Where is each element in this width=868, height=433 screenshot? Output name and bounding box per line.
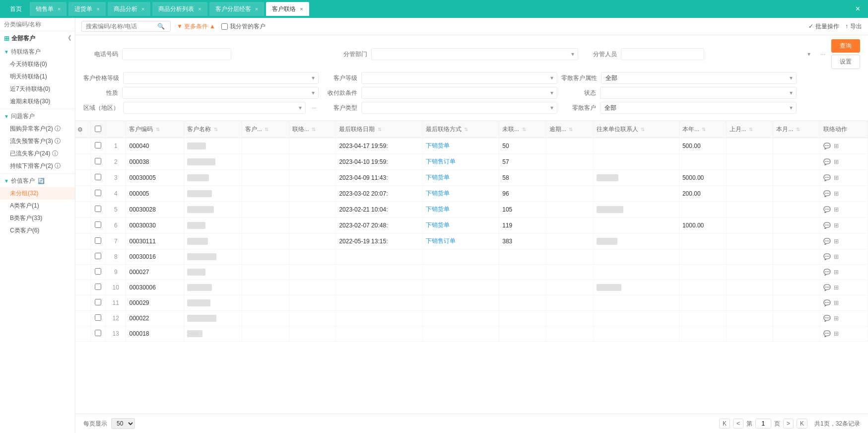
message-icon[interactable]: 💬 — [823, 222, 831, 229]
last-method-link[interactable]: 下销货单 — [426, 190, 450, 197]
close-analysis-list-tab[interactable]: × — [198, 6, 201, 12]
row-checkbox-input[interactable] — [95, 314, 101, 321]
sidebar-group-problem[interactable]: ▼ 问题客户 — [0, 110, 75, 123]
sidebar-item-ungrouped[interactable]: 未分组(32) — [0, 187, 75, 200]
col-overdue[interactable]: 逾期... ⇅ — [546, 121, 593, 138]
cust-type-select[interactable] — [361, 102, 558, 114]
cust-level-select[interactable] — [361, 72, 558, 84]
col-this-month[interactable]: 本月... ⇅ — [773, 121, 820, 138]
col-code[interactable]: 客户编码 ⇅ — [126, 121, 184, 138]
nav-tab-analysis-list[interactable]: 商品分析列表 × — [152, 2, 207, 16]
sidebar-item-7days[interactable]: 近7天待联络(0) — [0, 83, 75, 95]
last-method-link[interactable]: 下销售订单 — [426, 158, 456, 165]
col-contact[interactable]: 联络... ⇅ — [289, 121, 336, 138]
row-checkbox-input[interactable] — [95, 190, 101, 196]
sidebar-item-b-type[interactable]: B类客户(33) — [0, 212, 75, 224]
grid-action-icon[interactable]: ⊞ — [834, 253, 839, 260]
row-checkbox-input[interactable] — [95, 142, 101, 148]
row-checkbox-input[interactable] — [95, 268, 101, 275]
grid-action-icon[interactable]: ⊞ — [834, 299, 839, 306]
grid-action-icon[interactable]: ⊞ — [834, 284, 839, 291]
nav-tab-purchase[interactable]: 进货单 × — [68, 2, 105, 16]
nav-tab-customer-contact[interactable]: 客户联络 × — [266, 2, 309, 16]
prev-page-btn[interactable]: < — [733, 419, 743, 429]
reset-btn[interactable]: 设置 — [831, 55, 860, 69]
row-checkbox-input[interactable] — [95, 253, 101, 259]
message-icon[interactable]: 💬 — [823, 206, 831, 213]
col-last-method[interactable]: 最后联络方式 ⇅ — [422, 121, 499, 138]
message-icon[interactable]: 💬 — [823, 330, 831, 337]
last-method-link[interactable]: 下销货单 — [426, 206, 450, 213]
last-method-link[interactable]: 下销货单 — [426, 221, 450, 228]
message-icon[interactable]: 💬 — [823, 284, 831, 291]
grid-action-icon[interactable]: ⊞ — [834, 238, 839, 245]
grid-action-icon[interactable]: ⊞ — [834, 190, 839, 197]
message-icon[interactable]: 💬 — [823, 174, 831, 181]
col-this-year[interactable]: 本年... ⇅ — [679, 121, 726, 138]
message-icon[interactable]: 💬 — [823, 158, 831, 165]
grid-action-icon[interactable]: ⊞ — [834, 269, 839, 276]
sidebar-item-churned[interactable]: 已流失客户(24) ⓘ — [0, 147, 75, 160]
close-purchase-tab[interactable]: × — [96, 6, 99, 12]
message-icon[interactable]: 💬 — [823, 143, 831, 149]
grid-action-icon[interactable]: ⊞ — [834, 174, 839, 181]
manager-input[interactable] — [621, 48, 704, 60]
message-icon[interactable]: 💬 — [823, 253, 831, 260]
phone-input[interactable] — [122, 48, 231, 60]
scatter-attr-select[interactable]: 全部 — [601, 72, 797, 84]
sidebar-item-declining[interactable]: 持续下滑客户(2) ⓘ — [0, 160, 75, 172]
all-customers-header[interactable]: ⊞ 全部客户 《 — [0, 31, 75, 46]
export-btn[interactable]: ↑ 导出 — [845, 22, 862, 31]
close-sales-tab[interactable]: × — [58, 6, 61, 12]
row-checkbox-input[interactable] — [95, 284, 101, 290]
filter-search-input[interactable] — [86, 23, 155, 30]
table-settings-btn[interactable]: ⚙ — [75, 121, 91, 138]
last-page-btn[interactable]: K — [797, 419, 807, 429]
window-close-btn[interactable]: × — [852, 4, 864, 13]
select-all-checkbox[interactable] — [95, 126, 101, 132]
query-btn[interactable]: 查询 — [831, 39, 860, 53]
sidebar-item-tomorrow[interactable]: 明天待联络(1) — [0, 71, 75, 83]
my-customers-checkbox[interactable]: 我分管的客户 — [221, 22, 266, 31]
nav-tab-sales[interactable]: 销售单 × — [30, 2, 67, 16]
row-checkbox-input[interactable] — [95, 221, 101, 228]
price-level-select[interactable] — [123, 72, 319, 84]
col-unit-contact[interactable]: 往来单位联系人 ⇅ — [593, 121, 679, 138]
region-select[interactable] — [123, 102, 306, 114]
close-analysis-tab[interactable]: × — [141, 6, 144, 12]
my-customers-check-input[interactable] — [221, 23, 228, 30]
last-method-link[interactable]: 下销货单 — [426, 174, 450, 181]
batch-ops-btn[interactable]: ✓ 批量操作 — [808, 22, 839, 31]
last-method-link[interactable]: 下销售订单 — [426, 237, 456, 244]
grid-action-icon[interactable]: ⊞ — [834, 222, 839, 229]
row-checkbox-input[interactable] — [95, 158, 101, 164]
manager-more-btn[interactable]: ··· — [818, 51, 827, 58]
grid-action-icon[interactable]: ⊞ — [834, 158, 839, 165]
message-icon[interactable]: 💬 — [823, 315, 831, 322]
nature-select[interactable] — [122, 87, 319, 99]
message-icon[interactable]: 💬 — [823, 269, 831, 276]
nav-tab-customer-segment[interactable]: 客户分层经客 × — [209, 2, 264, 16]
nav-tab-analysis[interactable]: 商品分析 × — [108, 2, 150, 16]
more-filters-btn[interactable]: ▼ 更多条件 ▲ — [177, 22, 215, 31]
grid-action-icon[interactable]: ⊞ — [834, 315, 839, 322]
message-icon[interactable]: 💬 — [823, 299, 831, 306]
sidebar-group-pending[interactable]: ▼ 待联络客户 — [0, 46, 75, 58]
sidebar-item-abnormal[interactable]: 囤购异常客户(2) ⓘ — [0, 123, 75, 135]
sidebar-item-overdue[interactable]: 逾期未联络(30) — [0, 95, 75, 108]
scatter-select[interactable]: 全部 — [600, 102, 797, 114]
filter-search-icon[interactable]: 🔍 — [157, 23, 165, 30]
sidebar-group-value[interactable]: ▼ 价值客户 🔄 — [0, 175, 75, 187]
row-checkbox-input[interactable] — [95, 299, 101, 305]
sidebar-item-today[interactable]: 今天待联络(0) — [0, 58, 75, 71]
grid-action-icon[interactable]: ⊞ — [834, 143, 839, 149]
sidebar-search-input[interactable] — [4, 21, 75, 28]
sidebar-item-churn-warning[interactable]: 流失预警客户(3) ⓘ — [0, 135, 75, 147]
dept-select[interactable] — [371, 48, 578, 60]
page-size-select[interactable]: 50 — [111, 418, 135, 429]
sidebar-item-a-type[interactable]: A类客户(1) — [0, 200, 75, 212]
message-icon[interactable]: 💬 — [823, 190, 831, 197]
col-last-month[interactable]: 上月... ⇅ — [726, 121, 773, 138]
grid-action-icon[interactable]: ⊞ — [834, 206, 839, 213]
col-type[interactable]: 客户... ⇅ — [242, 121, 289, 138]
